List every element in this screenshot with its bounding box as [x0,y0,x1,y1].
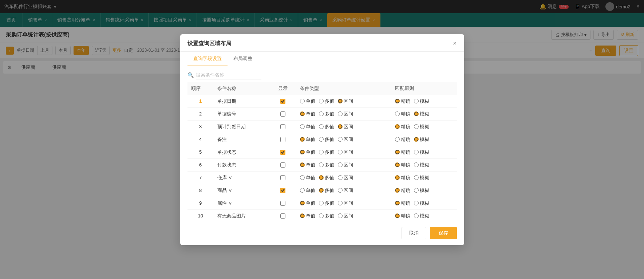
dialog-header: 设置查询区域布局 × [180,34,464,52]
tab-query-fields[interactable]: 查询字段设置 [187,52,228,66]
dialog-search-area: 🔍 [180,66,464,77]
search-input[interactable] [196,71,261,77]
settings-dialog: 设置查询区域布局 × 查询字段设置 布局调整 🔍 顺序 条件名称 [180,34,464,77]
modal-overlay: 设置查询区域布局 × 查询字段设置 布局调整 🔍 顺序 条件名称 [0,0,644,76]
dialog-tabs: 查询字段设置 布局调整 [180,52,464,66]
tab-layout-adjust[interactable]: 布局调整 [228,52,258,66]
dialog-title: 设置查询区域布局 [187,40,231,47]
search-icon: 🔍 [187,72,194,77]
dialog-close-btn[interactable]: × [453,40,457,47]
